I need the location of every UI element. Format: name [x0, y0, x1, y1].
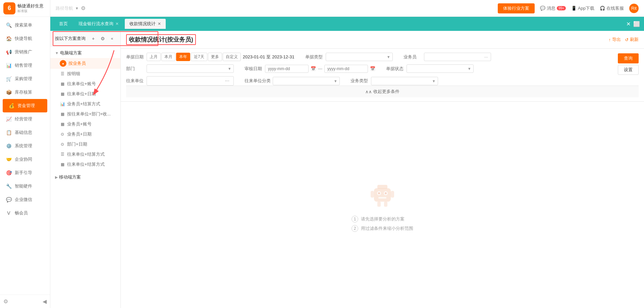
- member-icon: V: [5, 210, 12, 216]
- biz-type-select[interactable]: ▾: [371, 77, 438, 85]
- dept-select[interactable]: ▾: [147, 64, 234, 73]
- group-arrow-desktop: ▼: [55, 51, 59, 55]
- collapse-panel-btn[interactable]: «: [108, 35, 116, 42]
- tab-close-bank-flow[interactable]: ✕: [115, 21, 119, 26]
- trial-btn[interactable]: 体验行业方案: [498, 3, 535, 13]
- audit-date-end-input[interactable]: [324, 65, 368, 73]
- panel-title: 按以下方案查询: [55, 36, 86, 42]
- scheme-item-unit-date[interactable]: ▦ 往来单位+日期: [50, 89, 120, 99]
- calendar-start-icon[interactable]: 📅: [311, 66, 316, 71]
- gear-header-icon[interactable]: ⚙: [81, 5, 86, 11]
- date-filter: 单据日期 上月本月本年近7天更多自定义 2023-01-01 至 2023-12…: [126, 53, 294, 61]
- date-range: 2023-01-01 至 2023-12-31: [243, 54, 294, 60]
- scheme-item-salesperson-payment[interactable]: 📊 业务员+结算方式: [50, 99, 120, 109]
- doc-status-dropdown-icon: ▾: [468, 66, 471, 71]
- tab-label-bank-flow: 现金银行流水查询: [78, 21, 113, 27]
- doc-type-select[interactable]: ▾: [326, 53, 393, 61]
- date-tab-更多[interactable]: 更多: [208, 53, 222, 61]
- app-download-btn[interactable]: 📱 App下载: [571, 5, 594, 11]
- scheme-item-salesperson-account[interactable]: ▦ 业务员+账号: [50, 119, 120, 129]
- query-btn[interactable]: 查询: [618, 53, 639, 63]
- scheme-item-dept-date[interactable]: ⊙ 部门+日期: [50, 139, 120, 149]
- salesperson-select[interactable]: ···: [424, 53, 491, 61]
- filter-settings-btn[interactable]: 设置: [618, 65, 639, 75]
- sidebar-item-marketing[interactable]: 📢 营销推广: [0, 45, 50, 59]
- partner-category-select[interactable]: ▾: [273, 77, 340, 85]
- sidebar-item-sales[interactable]: 📊 销售管理: [0, 59, 50, 72]
- scheme-item-unit-payment1[interactable]: ☰ 往来单位+结算方式: [50, 149, 120, 159]
- sidebar-item-purchase[interactable]: 🛒 采购管理: [0, 72, 50, 86]
- sidebar-item-smart-hw[interactable]: 🔧 智能硬件: [0, 179, 50, 193]
- scheme-item-unit-payment2[interactable]: ▦ 往来单位+结算方式: [50, 159, 120, 169]
- user-avatar[interactable]: Rit: [629, 4, 639, 13]
- window-maximize-icon[interactable]: ⬜: [633, 21, 640, 27]
- partner-more-icon: ···: [224, 78, 231, 84]
- date-tab-上月[interactable]: 上月: [147, 53, 161, 61]
- scheme-group-mobile: ▶ 移动端方案: [50, 171, 120, 184]
- scheme-item-by-detail[interactable]: ☰ 按明细: [50, 69, 120, 79]
- sidebar-item-warehouse[interactable]: 📦 库存核算: [0, 86, 50, 99]
- settings-icon[interactable]: ⚙: [3, 298, 8, 305]
- panel-actions: + ⚙ «: [90, 35, 116, 42]
- collapse-sidebar-icon[interactable]: ◀: [43, 298, 47, 305]
- date-tab-自定义[interactable]: 自定义: [223, 53, 241, 61]
- audit-date-filter: 审核日期 📅 — 📅: [245, 65, 375, 73]
- scheme-group-header-mobile[interactable]: ▶ 移动端方案: [50, 172, 120, 182]
- scheme-item-salesperson-date[interactable]: ⊙ 业务员+日期: [50, 129, 120, 139]
- date-label: 单据日期: [126, 54, 145, 60]
- scheme-group-header-desktop[interactable]: ▼ 电脑端方案: [50, 48, 120, 58]
- sidebar-item-quick-nav[interactable]: 🏠 快捷导航: [0, 32, 50, 45]
- tab-home[interactable]: 首页: [54, 19, 72, 29]
- sidebar-item-guide[interactable]: 🎯 新手引导: [0, 166, 50, 179]
- scheme-item-icon-by-detail: ☰: [60, 71, 65, 76]
- tab-bank-flow[interactable]: 现金银行流水查询✕: [74, 19, 123, 29]
- main-content: 路径导航 ▾ ⚙ 体验行业方案 💬 消息 99+ 📱 App下载 🎧 在线客服 …: [50, 0, 644, 308]
- doc-status-filter: 单据状态 ▾: [386, 64, 474, 73]
- scheme-item-by-salesperson[interactable]: ● 按业务员: [50, 58, 120, 69]
- scheme-item-icon-unit-account: ▦: [60, 81, 65, 87]
- audit-date-start-input[interactable]: [265, 65, 309, 73]
- doc-status-select[interactable]: ▾: [407, 64, 474, 73]
- date-tab-本年[interactable]: 本年: [176, 53, 190, 61]
- scheme-item-unit-dept-collection[interactable]: ▦ 按往来单位+部门+收...: [50, 109, 120, 119]
- sidebar-item-finance[interactable]: 💰 资金管理: [3, 99, 47, 112]
- audit-date-label: 审核日期: [245, 66, 263, 72]
- left-panel: 按以下方案查询 + ⚙ « ▼ 电脑端方案● 按业务员☰ 按明细▦ 往来单位+账…: [50, 31, 121, 308]
- calendar-end-icon[interactable]: 📅: [370, 66, 375, 71]
- sidebar-item-operations[interactable]: 📈 经营管理: [0, 112, 50, 126]
- add-scheme-btn[interactable]: +: [90, 35, 97, 42]
- sidebar-item-search[interactable]: 🔍 搜索菜单: [0, 18, 50, 32]
- doc-type-filter: 单据类型 ▾: [305, 53, 393, 61]
- refresh-btn[interactable]: ↺ 刷新: [625, 37, 639, 43]
- doc-type-dropdown-icon: ▾: [387, 54, 390, 59]
- sidebar-item-enterprise[interactable]: 🤝 企业协同: [0, 153, 50, 166]
- tab-close-collection-stats[interactable]: ✕: [158, 21, 161, 26]
- svg-rect-1: [377, 185, 387, 189]
- svg-rect-9: [377, 202, 381, 207]
- group-label-desktop: 电脑端方案: [60, 50, 82, 56]
- svg-rect-10: [384, 202, 387, 207]
- top-header: 路径导航 ▾ ⚙ 体验行业方案 💬 消息 99+ 📱 App下载 🎧 在线客服 …: [50, 0, 644, 17]
- scheme-item-icon-salesperson-payment: 📊: [60, 101, 65, 107]
- export-btn[interactable]: ↑ 导出: [609, 37, 621, 43]
- tab-collection-stats[interactable]: 收款情况统计✕: [125, 19, 166, 29]
- online-service-btn[interactable]: 🎧 在线客服: [600, 5, 624, 11]
- logo-icon: 6: [3, 2, 15, 14]
- date-tab-近7天[interactable]: 近7天: [191, 53, 207, 61]
- sidebar-item-wechat[interactable]: 💬 企业微信: [0, 193, 50, 206]
- sidebar-item-basic-info[interactable]: 📋 基础信息: [0, 126, 50, 139]
- tab-bar: 首页现金银行流水查询✕收款情况统计✕ ✕ ⬜: [50, 17, 644, 31]
- biz-type-label: 业务类型: [351, 78, 369, 84]
- messages-btn[interactable]: 💬 消息 99+: [540, 5, 566, 11]
- window-close-icon[interactable]: ✕: [626, 21, 631, 27]
- date-tab-本月[interactable]: 本月: [161, 53, 175, 61]
- breadcrumb-dropdown[interactable]: ▾: [76, 6, 78, 11]
- right-panel: 收款情况统计(按业务员) ↑ 导出 ↺ 刷新: [121, 31, 644, 308]
- sidebar-item-system[interactable]: ⚙️ 系统管理: [0, 139, 50, 153]
- scheme-settings-btn[interactable]: ⚙: [99, 35, 106, 42]
- sidebar-nav: 🔍 搜索菜单🏠 快捷导航📢 营销推广📊 销售管理🛒 采购管理📦 库存核算💰 资金…: [0, 17, 50, 295]
- scheme-item-unit-account[interactable]: ▦ 往来单位+账号: [50, 79, 120, 89]
- sidebar-item-member[interactable]: V 畅会员: [0, 206, 50, 220]
- partner-select[interactable]: ···: [147, 76, 234, 86]
- collapse-bar[interactable]: ∧∧ 收起更多条件: [126, 86, 639, 97]
